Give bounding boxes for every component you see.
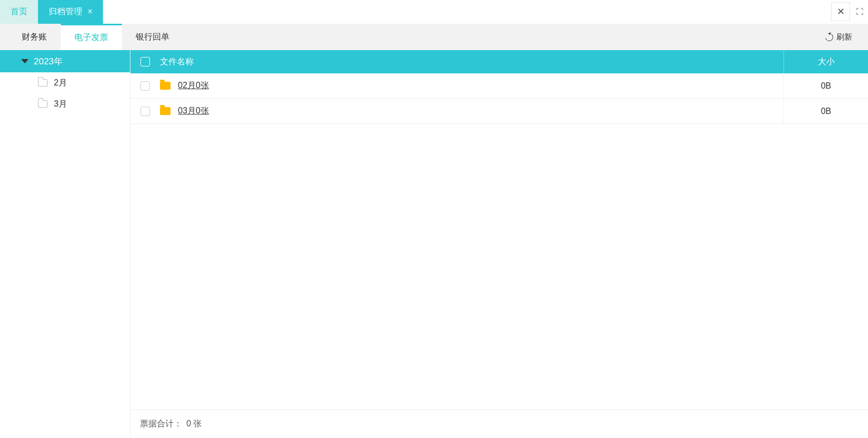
table-row: 03月0张 0B (130, 99, 868, 124)
row-size-value: 0B (821, 107, 832, 116)
folder-icon (160, 82, 171, 90)
top-tab-bar: 首页 归档管理 × ✕ ⛶ (0, 0, 868, 24)
header-name-label: 文件名称 (160, 56, 194, 68)
sub-tab-einvoice[interactable]: 电子发票 (61, 24, 122, 50)
row-checkbox[interactable] (140, 107, 150, 116)
row-checkbox[interactable] (140, 81, 150, 91)
sub-tab-label: 电子发票 (74, 32, 108, 43)
sub-tab-label: 银行回单 (136, 32, 169, 43)
file-link[interactable]: 03月0张 (178, 106, 209, 117)
folder-icon (38, 100, 48, 108)
sub-tab-finance[interactable]: 财务账 (8, 24, 61, 50)
tree-month-node[interactable]: 2月 (0, 72, 130, 93)
footer-label: 票据合计： (140, 418, 182, 430)
tree-year-label: 2023年 (34, 55, 63, 68)
file-link[interactable]: 02月0张 (178, 80, 209, 91)
close-icon[interactable]: × (88, 7, 92, 16)
table-row: 02月0张 0B (130, 73, 868, 99)
tab-archive-label: 归档管理 (49, 6, 82, 17)
tab-home-label: 首页 (11, 6, 27, 17)
sidebar-tree: 2023年 2月 3月 (0, 50, 130, 438)
select-all-checkbox[interactable] (140, 57, 150, 66)
sub-tab-bank-receipt[interactable]: 银行回单 (122, 24, 183, 50)
tab-home[interactable]: 首页 (0, 0, 38, 24)
sub-tab-label: 财务账 (22, 32, 47, 43)
footer-value: 0 张 (186, 418, 202, 430)
fullscreen-icon: ⛶ (856, 7, 863, 16)
row-name-cell: 02月0张 (160, 80, 784, 91)
tree-month-label: 3月 (54, 99, 67, 110)
caret-down-icon (21, 59, 29, 63)
main-area: 2023年 2月 3月 文件名称 大小 (0, 50, 868, 438)
header-size-label: 大小 (818, 56, 835, 68)
tab-archive-management[interactable]: 归档管理 × (38, 0, 103, 24)
row-name-cell: 03月0张 (160, 106, 784, 117)
header-name-cell: 文件名称 (160, 56, 784, 68)
tree-month-node[interactable]: 3月 (0, 93, 130, 115)
sub-tab-bar: 财务账 电子发票 银行回单 刷新 (0, 24, 868, 50)
folder-icon (160, 107, 171, 115)
content-panel: 文件名称 大小 02月0张 0B (130, 50, 868, 438)
refresh-button[interactable]: 刷新 (825, 24, 852, 50)
row-size-cell: 0B (784, 73, 868, 98)
refresh-label: 刷新 (836, 32, 852, 42)
window-controls: ✕ ⛶ (831, 2, 865, 21)
fullscreen-button[interactable]: ⛶ (854, 2, 865, 21)
close-all-tabs-button[interactable]: ✕ (831, 2, 850, 21)
folder-icon (38, 79, 48, 87)
x-icon: ✕ (837, 6, 845, 17)
tree-year-node[interactable]: 2023年 (0, 50, 130, 72)
footer-summary: 票据合计： 0 张 (130, 410, 868, 438)
row-size-cell: 0B (784, 99, 868, 123)
row-check-cell (130, 107, 160, 116)
header-check-cell (130, 57, 160, 66)
refresh-icon (824, 32, 834, 42)
table-body: 02月0张 0B 03月0张 0B (130, 73, 868, 410)
tree-month-label: 2月 (54, 78, 67, 89)
row-check-cell (130, 81, 160, 91)
row-size-value: 0B (821, 81, 832, 91)
table-header-row: 文件名称 大小 (130, 50, 868, 73)
header-size-cell: 大小 (784, 50, 868, 73)
